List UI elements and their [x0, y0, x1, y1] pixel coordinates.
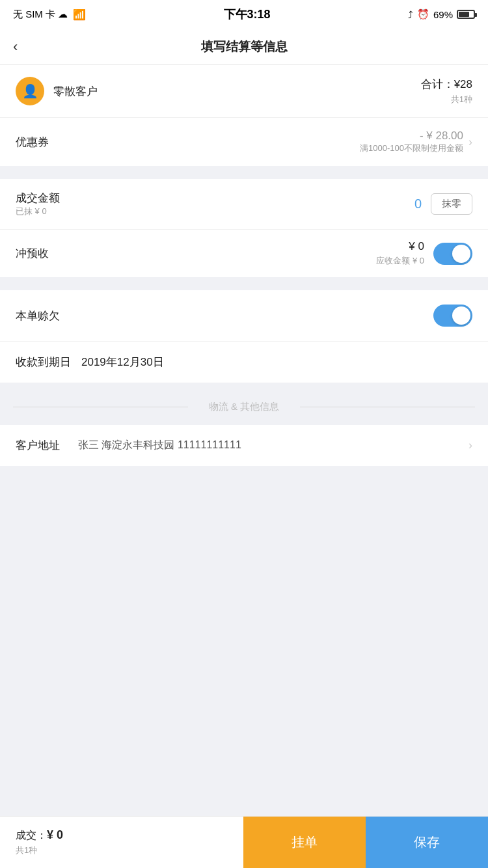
bottom-count: 共1种 — [16, 845, 243, 856]
section-divider-2 — [0, 284, 488, 290]
address-row[interactable]: 客户地址 张三 海淀永丰科技园 11111111111 › — [0, 425, 488, 466]
toggle-knob — [452, 245, 470, 263]
prepayment-amount: ¥ 0 — [376, 240, 424, 253]
debit-row: 本单赊欠 — [0, 290, 488, 341]
address-value: 张三 海淀永丰科技园 11111111111 — [78, 439, 468, 452]
prepayment-label: 冲预收 — [16, 246, 49, 261]
coupon-desc: 满1000-100不限制使用金额 — [360, 142, 463, 154]
total-count: 共1种 — [421, 94, 472, 105]
total-label: 合计：¥28 — [421, 77, 472, 92]
customer-name: 零散客户 — [53, 84, 98, 99]
coupon-row[interactable]: 优惠券 - ¥ 28.00 满1000-100不限制使用金额 › — [0, 117, 488, 166]
prepayment-right: ¥ 0 应收金额 ¥ 0 — [376, 240, 472, 267]
divider-line-right — [300, 407, 475, 407]
wifi-icon: 📶 — [73, 8, 86, 21]
section-divider-1 — [0, 172, 488, 179]
bottom-summary: 成交：¥ 0 共1种 — [0, 828, 243, 856]
battery-percent: 69% — [433, 9, 453, 20]
status-time: 下午3:18 — [224, 7, 271, 22]
debit-card: 本单赊欠 收款到期日 2019年12月30日 — [0, 290, 488, 383]
address-card: 客户地址 张三 海淀永丰科技园 11111111111 › — [0, 425, 488, 466]
content-area: 👤 零散客户 合计：¥28 共1种 优惠券 - ¥ 28.00 满1000-10… — [0, 65, 488, 531]
customer-row: 👤 零散客户 合计：¥28 共1种 — [0, 65, 488, 117]
save-button[interactable]: 保存 — [366, 817, 488, 869]
debit-label: 本单赊欠 — [16, 308, 60, 323]
bottom-deal: 成交：¥ 0 — [16, 828, 243, 843]
prepayment-left: 冲预收 — [16, 246, 49, 261]
status-left: 无 SIM 卡 ☁ 📶 — [13, 8, 86, 21]
chevron-right-icon: › — [468, 135, 472, 149]
coupon-label: 优惠券 — [16, 135, 49, 150]
location-icon: ⤴ — [408, 9, 413, 20]
sim-label: 无 SIM 卡 ☁ — [13, 8, 68, 21]
transaction-card: 成交金额 已抹 ¥ 0 0 抹零 冲预收 ¥ 0 应收金额 ¥ 0 — [0, 179, 488, 277]
avatar-icon: 👤 — [22, 83, 38, 99]
address-chevron-icon: › — [468, 439, 472, 452]
logistics-label: 物流 & 其他信息 — [209, 401, 279, 413]
due-date-label: 收款到期日 — [16, 355, 71, 370]
prepayment-toggle[interactable] — [433, 243, 472, 265]
page-title: 填写结算等信息 — [201, 38, 288, 55]
prepayment-receivable: 应收金额 ¥ 0 — [376, 255, 424, 267]
logistics-section: 物流 & 其他信息 — [0, 389, 488, 425]
status-right: ⤴ ⏰ 69% — [408, 8, 475, 20]
bottom-deal-label: 成交： — [16, 830, 47, 841]
already-zero: 已抹 ¥ 0 — [16, 206, 60, 217]
bottom-bar: 成交：¥ 0 共1种 挂单 保存 — [0, 816, 488, 868]
due-date-row: 收款到期日 2019年12月30日 — [0, 341, 488, 383]
status-bar: 无 SIM 卡 ☁ 📶 下午3:18 ⤴ ⏰ 69% — [0, 0, 488, 29]
alarm-icon: ⏰ — [417, 8, 429, 20]
coupon-right: - ¥ 28.00 满1000-100不限制使用金额 › — [360, 129, 472, 154]
prepayment-amount-col: ¥ 0 应收金额 ¥ 0 — [376, 240, 424, 267]
due-date-value: 2019年12月30日 — [81, 355, 164, 370]
pending-button[interactable]: 挂单 — [243, 817, 366, 869]
prepayment-row: 冲预收 ¥ 0 应收金额 ¥ 0 — [0, 230, 488, 277]
debit-toggle-knob — [452, 306, 470, 325]
customer-left: 👤 零散客户 — [16, 77, 98, 105]
coupon-amount: - ¥ 28.00 — [360, 129, 463, 142]
nav-bar: ‹ 填写结算等信息 — [0, 29, 488, 65]
avatar: 👤 — [16, 77, 44, 105]
customer-card: 👤 零散客户 合计：¥28 共1种 优惠券 - ¥ 28.00 满1000-10… — [0, 65, 488, 166]
back-button[interactable]: ‹ — [13, 38, 18, 55]
debit-toggle[interactable] — [433, 305, 472, 327]
round-zero-button[interactable]: 抹零 — [431, 193, 472, 215]
divider-line-left — [13, 407, 188, 407]
bottom-deal-amount: ¥ 0 — [47, 828, 63, 841]
transaction-value: 0 — [414, 197, 422, 211]
logistics-divider: 物流 & 其他信息 — [0, 401, 488, 413]
battery-icon — [457, 10, 475, 19]
transaction-row: 成交金额 已抹 ¥ 0 0 抹零 — [0, 179, 488, 230]
coupon-info: - ¥ 28.00 满1000-100不限制使用金额 — [360, 129, 463, 154]
transaction-left: 成交金额 已抹 ¥ 0 — [16, 191, 60, 217]
transaction-label: 成交金额 — [16, 191, 60, 206]
customer-right: 合计：¥28 共1种 — [421, 77, 472, 105]
transaction-right: 0 抹零 — [414, 193, 472, 215]
address-label: 客户地址 — [16, 438, 68, 453]
